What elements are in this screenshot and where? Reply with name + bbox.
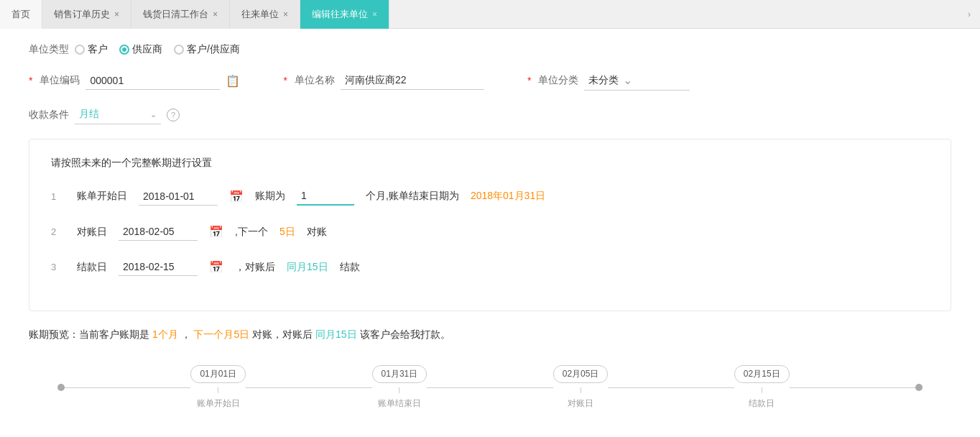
unit-type-label: 单位类型 [29,43,69,56]
config-row-1-cal-icon[interactable]: 📅 [229,190,244,203]
tab-sales-history[interactable]: 销售订单历史 × [42,0,131,29]
tab-sales-history-label: 销售订单历史 [54,8,110,21]
timeline-item-3-stem [581,387,581,393]
unit-code-star: * [29,75,32,86]
config-row-2-cal-icon[interactable]: 📅 [209,225,223,239]
tab-right-arrow[interactable]: › [958,0,980,29]
radio-both-label: 客户/供应商 [187,43,240,56]
timeline-left-dot [57,384,65,391]
help-icon[interactable]: ? [167,109,180,121]
unit-code-icon[interactable]: 📋 [226,74,240,88]
payment-condition-value: 月结 [79,108,146,121]
config-row-2-label: 对账日 [77,226,107,239]
unit-code-input[interactable] [85,72,220,90]
payment-condition-arrow: ⌄ [150,110,157,119]
config-row-2-highlight: 5日 [279,226,295,239]
timeline-label-4: 结款日 [749,397,775,410]
unit-name-star: * [283,75,287,86]
unit-category-value: 未分类 [588,74,619,87]
timeline-item-1-stem [218,387,218,393]
config-row-1-prefix: 账期为 [255,190,285,203]
config-row-1-num: 1 [51,191,65,202]
payment-condition-field: 收款条件 月结 ⌄ ? [29,105,180,124]
config-row-3-num: 3 [51,262,65,272]
main-content: 单位类型 客户 供应商 客户/供应商 * 单位编码 [0,29,980,437]
config-row-1: 1 账单开始日 📅 账期为 个月,账单结束日期为 2018年01月31日 [51,187,929,206]
timeline-item-3: 02月05日 对账日 [553,365,609,410]
radio-customer-circle [75,45,85,55]
timeline-badge-3: 02月05日 [553,365,609,383]
timeline-badge-1: 01月01日 [190,365,246,383]
unit-name-input[interactable] [341,72,484,90]
timeline-line-1 [65,387,190,388]
config-row-3-date[interactable] [119,258,198,276]
config-row-3-cal-icon[interactable]: 📅 [209,260,223,274]
payment-condition-select[interactable]: 月结 ⌄ [75,105,161,124]
tab-sales-history-close[interactable]: × [114,9,119,19]
timeline-line-2 [246,387,371,388]
config-row-1-label: 账单开始日 [77,190,127,203]
timeline-item-4-stem [762,387,762,393]
tab-partner-close[interactable]: × [283,9,288,19]
unit-type-radio-group: 客户 供应商 客户/供应商 [75,43,240,56]
preview-part2: 下一个月5日 [193,328,249,340]
timeline-label-2: 账单结束日 [378,397,421,410]
config-row-1-suffix: 个月,账单结束日期为 [366,190,459,203]
unit-code-field: * 单位编码 📋 [29,72,240,90]
radio-customer[interactable]: 客户 [75,43,108,56]
payment-condition-row: 收款条件 月结 ⌄ ? [29,105,951,124]
unit-type-field: 单位类型 客户 供应商 客户/供应商 [29,43,240,56]
tab-bar: 首页 销售订单历史 × 钱货日清工作台 × 往来单位 × 编辑往来单位 × › [0,0,980,29]
radio-both[interactable]: 客户/供应商 [174,43,240,56]
tab-home[interactable]: 首页 [0,0,42,29]
tab-partner-label: 往来单位 [241,8,279,21]
radio-customer-label: 客户 [88,43,108,56]
radio-supplier-label: 供应商 [132,43,162,56]
config-section: 请按照未来的一个完整帐期进行设置 1 账单开始日 📅 账期为 个月,账单结束日期… [29,139,951,311]
tab-edit-partner[interactable]: 编辑往来单位 × [300,0,389,29]
payment-condition-label: 收款条件 [29,109,69,121]
config-row-3-highlight: 同月15日 [287,261,328,274]
timeline-line-5 [790,387,915,388]
unit-category-arrow: ⌄ [623,73,632,87]
tab-cash-work[interactable]: 钱货日清工作台 × [131,0,230,29]
unit-category-star: * [527,75,531,86]
timeline-item-1: 01月01日 账单开始日 [190,365,246,410]
preview-section: 账期预览：当前客户账期是 1个月 ， 下一个月5日 对账，对账后 同月15日 该… [29,326,951,344]
timeline-item-2: 01月31日 账单结束日 [372,365,427,410]
config-row-2-date[interactable] [119,223,198,241]
radio-both-circle [174,45,184,55]
config-row-1-end-date: 2018年01月31日 [471,190,545,203]
config-row-2-suffix: 对账 [307,226,327,239]
tab-partner[interactable]: 往来单位 × [230,0,300,29]
config-row-3-suffix: 结款 [340,261,360,274]
timeline-badge-4: 02月15日 [734,365,790,383]
config-row-3-prefix: ，对账后 [235,261,275,274]
config-row-1-date[interactable] [139,188,218,206]
unit-name-field: * 单位名称 [283,72,484,90]
timeline-right-dot [915,384,923,391]
timeline-item-4: 02月15日 结款日 [734,365,790,410]
tab-edit-partner-close[interactable]: × [372,9,377,19]
config-row-3-label: 结款日 [77,261,107,274]
unit-type-row: 单位类型 客户 供应商 客户/供应商 [29,43,951,56]
tab-cash-work-close[interactable]: × [213,9,218,19]
preview-part1: 1个月 [152,328,178,340]
preview-label: 账期预览：当前客户账期是 [29,328,149,340]
unit-category-field: * 单位分类 未分类 ⌄ [527,70,690,91]
radio-supplier[interactable]: 供应商 [119,43,162,56]
timeline: 01月01日 账单开始日 01月31日 账单结束日 02月05日 对账日 [57,365,923,410]
unit-category-label: 单位分类 [538,74,578,87]
tab-cash-work-label: 钱货日清工作台 [143,8,208,21]
config-row-3: 3 结款日 📅 ，对账后 同月15日 结款 [51,258,929,276]
unit-category-select[interactable]: 未分类 ⌄ [584,70,690,91]
timeline-line-3 [427,387,553,388]
config-row-2: 2 对账日 📅 ,下一个 5日 对账 [51,223,929,241]
unit-code-label: 单位编码 [40,74,80,87]
config-row-2-num: 2 [51,226,65,237]
timeline-item-2-stem [399,387,399,393]
config-row-2-prefix: ,下一个 [235,226,268,239]
config-row-1-period-input[interactable] [297,187,354,206]
unit-info-row: * 单位编码 📋 * 单位名称 * 单位分类 未分类 ⌄ [29,70,951,91]
timeline-label-3: 对账日 [568,397,593,410]
